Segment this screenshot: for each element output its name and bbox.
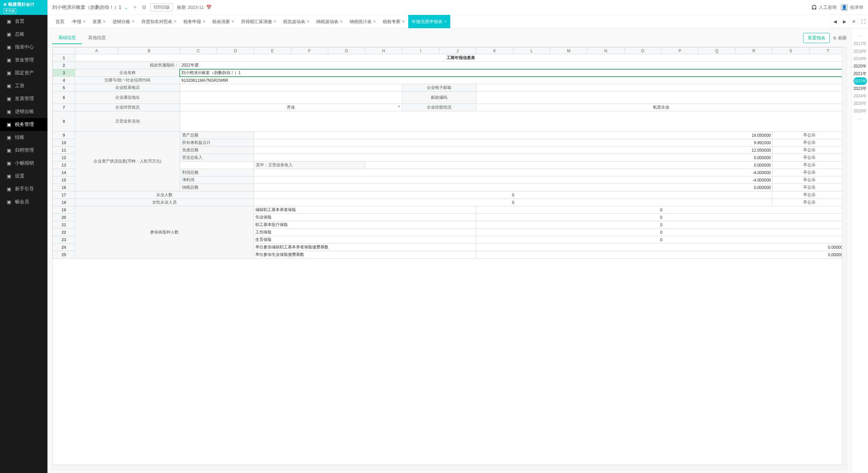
close-icon[interactable]: ✕ [202, 19, 205, 24]
col-header[interactable]: R [735, 48, 772, 54]
row-header[interactable]: 9 [53, 132, 75, 139]
sidebar-item-xiaochang[interactable]: ▣小畅报销 [0, 157, 47, 170]
row-header[interactable]: 15 [53, 176, 75, 184]
tab-7[interactable]: 所得税汇算清缴✕ [238, 15, 280, 28]
cell-value[interactable]: 0.000000 [365, 162, 772, 169]
row-header[interactable]: 17 [53, 191, 75, 199]
row-header[interactable]: 22 [53, 229, 75, 236]
row-header[interactable]: 10 [53, 139, 75, 147]
close-icon[interactable]: ✕ [373, 19, 376, 24]
tab-12[interactable]: 年报信息申报表✕ [408, 15, 450, 28]
account-selector[interactable]: 刘小艳演示账套（勿删勿动！）1 ⌄ [52, 4, 128, 11]
sidebar-item-close-period[interactable]: ▣结账 [0, 131, 47, 144]
tab-8[interactable]: 税负波动表✕ [280, 15, 313, 28]
sidebar-item-guide[interactable]: ▣新手引导 [0, 183, 47, 195]
row-header[interactable]: 7 [53, 104, 75, 111]
support-link[interactable]: 🎧 人工咨询 [811, 4, 836, 11]
col-header[interactable]: L [513, 48, 550, 54]
cell-value[interactable]: 9.992000 [254, 139, 772, 147]
tab-0[interactable]: 首页 [52, 15, 68, 28]
spreadsheet[interactable]: ABCDEFGHIJKLMNOPQRST1工商年报信息表2税款所属期间：2022… [52, 47, 847, 470]
year-option[interactable]: 2018年 [853, 48, 867, 55]
col-header[interactable]: I [402, 48, 439, 54]
row-header[interactable]: 18 [53, 199, 75, 206]
sidebar-item-home[interactable]: ▣首页 [0, 15, 47, 28]
tab-11[interactable]: 税检专家✕ [379, 15, 408, 28]
col-header[interactable]: O [624, 48, 661, 54]
reset-report-button[interactable]: 重置报表 [803, 33, 830, 43]
year-option[interactable]: 2025年 [853, 100, 867, 107]
row-header[interactable]: 11 [53, 147, 75, 154]
cell-value[interactable]: 0 [254, 199, 772, 206]
publish-dropdown[interactable]: 不公示 [772, 184, 847, 191]
cell-value[interactable]: -4.000000 [254, 176, 772, 184]
holding-dropdown[interactable]: 私营企业 [476, 104, 846, 111]
publish-dropdown[interactable]: 不公示 [772, 154, 847, 162]
year-option[interactable]: 2017年 [853, 40, 867, 48]
year-down-button[interactable]: ﹀ [856, 115, 864, 124]
row-header[interactable]: 19 [53, 206, 75, 214]
row-header[interactable]: 13 [53, 162, 75, 169]
publish-dropdown[interactable]: 不公示 [772, 199, 847, 206]
year-option[interactable]: 2023年 [853, 85, 867, 92]
tab-6[interactable]: 税表清册✕ [209, 15, 238, 28]
col-header[interactable]: B [118, 48, 180, 54]
user-menu[interactable]: 👤 徐泽华 [841, 4, 863, 11]
cell-value[interactable]: 91320811MA7NGR2W6R [180, 77, 846, 84]
tab-10[interactable]: 纳税统计表✕ [346, 15, 379, 28]
close-icon[interactable]: ✕ [103, 19, 106, 24]
sidebar-item-tax[interactable]: ▣税务管理 [0, 118, 47, 131]
cell-value[interactable]: 0 [476, 236, 846, 244]
close-icon[interactable]: ✕ [231, 19, 234, 24]
col-header[interactable]: C [180, 48, 217, 54]
vertical-scrollbar[interactable] [842, 47, 847, 465]
year-option[interactable]: 2026年 [853, 107, 867, 115]
cell-value[interactable] [180, 111, 846, 132]
cell-value[interactable]: 0 [476, 214, 846, 221]
sidebar-item-ledger[interactable]: ▣总账 [0, 28, 47, 41]
col-header[interactable]: S [772, 48, 809, 54]
col-header[interactable]: K [476, 48, 513, 54]
row-header[interactable]: 1 [53, 54, 75, 62]
row-header[interactable]: 5 [53, 84, 75, 92]
publish-dropdown[interactable]: 不公示 [772, 176, 847, 184]
col-header[interactable]: H [365, 48, 402, 54]
sidebar-item-member[interactable]: ▣畅会员 [0, 195, 47, 208]
close-icon[interactable]: ✕ [444, 19, 447, 24]
add-icon[interactable]: ＋ [132, 4, 138, 11]
cell-value[interactable]: 0.000000 [476, 244, 846, 251]
col-header[interactable]: F [291, 48, 328, 54]
sidebar-item-psi[interactable]: ▣进销台账 [0, 105, 47, 118]
col-header[interactable]: D [217, 48, 254, 54]
cell-value[interactable]: 12.050000 [254, 147, 772, 154]
sidebar-item-salary[interactable]: ▣工资 [0, 79, 47, 92]
sidebar-item-asset[interactable]: ▣固定资产 [0, 67, 47, 79]
subtab-0[interactable]: 基础信息 [52, 32, 82, 44]
tab-3[interactable]: 进销台账✕ [109, 15, 138, 28]
row-header[interactable]: 20 [53, 214, 75, 221]
publish-dropdown[interactable]: 不公示 [772, 147, 847, 154]
col-header[interactable]: T [809, 48, 846, 54]
gear-icon[interactable]: ⚙ [142, 4, 146, 11]
row-header[interactable]: 25 [53, 251, 75, 259]
row-header[interactable]: 2 [53, 62, 75, 69]
row-header[interactable]: 24 [53, 244, 75, 251]
close-icon[interactable]: ✕ [340, 19, 343, 24]
row-header[interactable]: 3 [53, 69, 75, 77]
refresh-button[interactable]: ↻ 刷新 [833, 33, 847, 43]
row-header[interactable]: 4 [53, 77, 75, 84]
cell-value[interactable] [180, 92, 402, 104]
tabs-prev-button[interactable]: ◀ [830, 15, 840, 29]
status-dropdown[interactable]: 开业 [180, 104, 402, 111]
row-header[interactable]: 23 [53, 236, 75, 244]
col-header[interactable]: Q [698, 48, 735, 54]
cell-value[interactable]: 0.000000 [254, 184, 772, 191]
col-header[interactable]: J [439, 48, 476, 54]
cell-value[interactable] [476, 84, 846, 92]
tab-5[interactable]: 税务申报✕ [180, 15, 209, 28]
row-header[interactable]: 21 [53, 221, 75, 229]
cell-value[interactable]: 2022年度 [180, 62, 846, 69]
cell-value[interactable]: 刘小艳演示账套（勿删勿动！）1 [180, 69, 846, 77]
row-header[interactable]: 8 [53, 111, 75, 132]
sidebar-item-archive[interactable]: ▣归档管理 [0, 144, 47, 157]
